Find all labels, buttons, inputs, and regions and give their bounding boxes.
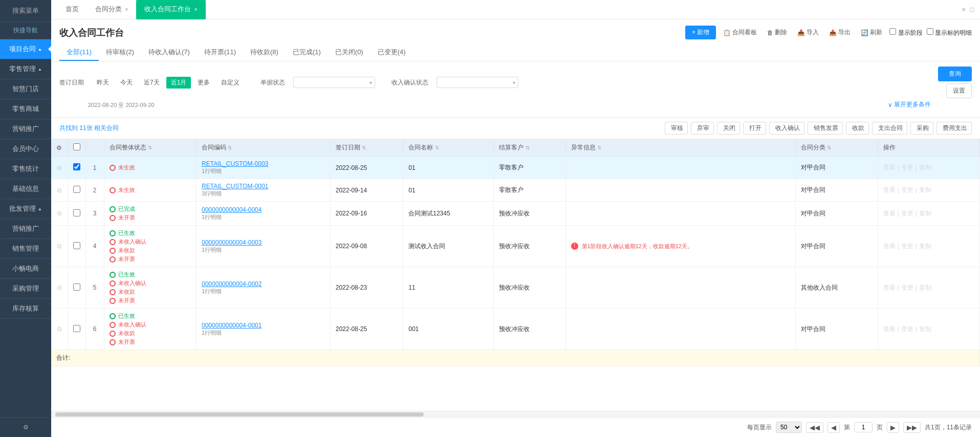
select-all-checkbox[interactable]	[73, 143, 80, 150]
tab-home[interactable]: 首页	[57, 0, 87, 19]
row-settings-icon-0[interactable]: ⊙	[57, 164, 62, 171]
page-size-select[interactable]: 2050100	[776, 422, 802, 433]
name-col-header[interactable]: 合同名称 ⇅	[403, 139, 494, 157]
sidebar-item-basic-info[interactable]: 基础信息	[0, 179, 51, 199]
next-page-btn[interactable]: ▶	[887, 422, 899, 433]
delete-button[interactable]: 🗑 删除	[764, 27, 790, 38]
row-action-查看-1[interactable]: 查看	[883, 186, 896, 194]
error-col-header[interactable]: 异常信息 ⇅	[565, 139, 795, 157]
sub-tab-pending-payment[interactable]: 待收款(8)	[243, 45, 286, 61]
status-col-header[interactable]: 合同整体状态 ⇅	[104, 139, 197, 157]
prev-page-btn[interactable]: ◀	[827, 422, 840, 433]
sub-tab-pending-confirm[interactable]: 待收入确认(7)	[141, 45, 197, 61]
row-settings-icon-1[interactable]: ⊙	[57, 187, 62, 194]
expand-filter-button[interactable]: ∨ 展开更多条件	[888, 100, 931, 109]
row-code-link-1[interactable]: RETAIL_CUSTOM-0001	[202, 183, 325, 190]
row-settings-icon-3[interactable]: ⊙	[57, 243, 62, 250]
page-number-input[interactable]	[854, 422, 873, 432]
sidebar-item-retail[interactable]: 零售管理▲	[0, 59, 51, 79]
row-action-复制-3[interactable]: 复制	[919, 242, 931, 251]
show-fields-checkbox[interactable]	[889, 28, 896, 35]
row-checkbox-4[interactable]	[73, 283, 80, 291]
date-btn-more[interactable]: 更多	[193, 77, 214, 89]
sidebar-item-xiaochang[interactable]: 小畅电商	[0, 259, 51, 279]
toolbar-btn-open[interactable]: 打开	[743, 122, 766, 135]
sub-tab-completed[interactable]: 已完成(1)	[286, 45, 328, 61]
row-action-复制-5[interactable]: 复制	[919, 325, 931, 334]
toolbar-btn-collect[interactable]: 收款	[846, 122, 869, 135]
row-action-变更-2[interactable]: 变更	[901, 209, 913, 218]
show-detail-checkbox[interactable]	[927, 28, 933, 35]
sidebar-item-wholesale[interactable]: 批发管理▲	[0, 199, 51, 219]
row-settings-icon-5[interactable]: ⊙	[57, 325, 62, 333]
query-button[interactable]: 查询	[938, 67, 972, 81]
last-page-btn[interactable]: ▶▶	[903, 422, 921, 433]
window-max-btn[interactable]: □	[970, 6, 974, 13]
import-button[interactable]: 📥 导入	[794, 27, 822, 38]
doc-status-select[interactable]	[293, 77, 375, 88]
sub-tab-pending-invoice[interactable]: 待开票(11)	[197, 45, 243, 61]
add-button[interactable]: + 新增	[685, 26, 716, 39]
row-settings-icon-4[interactable]: ⊙	[57, 284, 62, 291]
sidebar-item-project[interactable]: 项目合同▲	[0, 39, 51, 59]
row-checkbox-2[interactable]	[73, 209, 80, 216]
date-btn-last7[interactable]: 近7天	[139, 77, 164, 89]
horizontal-scrollbar[interactable]	[51, 411, 980, 417]
row-action-查看-4[interactable]: 查看	[883, 283, 896, 292]
row-action-变更-4[interactable]: 变更	[901, 283, 913, 292]
export-button[interactable]: 📤 导出	[826, 27, 854, 38]
scrollbar-thumb[interactable]	[55, 412, 424, 417]
row-action-查看-2[interactable]: 查看	[883, 209, 896, 218]
row-action-复制-2[interactable]: 复制	[919, 209, 931, 218]
tab-income-workbench[interactable]: 收入合同工作台×	[136, 0, 205, 19]
toolbar-btn-abandon[interactable]: 弃审	[691, 122, 714, 135]
sidebar-item-online-store[interactable]: 零售商城	[0, 99, 51, 119]
date-btn-yesterday[interactable]: 昨天	[92, 77, 114, 89]
row-code-link-2[interactable]: 0000000000004-0004	[202, 206, 325, 213]
sidebar-nav[interactable]: 快捷导航	[0, 22, 51, 39]
toolbar-btn-sales-invoice[interactable]: 销售发票	[808, 122, 843, 135]
row-code-link-5[interactable]: 0000000000004-0001	[202, 322, 325, 329]
refresh-button[interactable]: 🔄 刷新	[858, 27, 885, 38]
sidebar-item-inventory[interactable]: 库存核算	[0, 299, 51, 319]
toolbar-btn-income-confirm[interactable]: 收入确认	[769, 122, 804, 135]
row-checkbox-1[interactable]	[73, 186, 80, 193]
sidebar-item-members[interactable]: 会员中心	[0, 139, 51, 159]
sidebar-search[interactable]: 搜索菜单	[0, 0, 51, 22]
row-action-变更-1[interactable]: 变更	[901, 186, 913, 194]
tab-close-contract-cat[interactable]: ×	[125, 6, 128, 12]
row-checkbox-3[interactable]	[73, 242, 80, 249]
window-close-btn[interactable]: ×	[962, 6, 966, 13]
sub-tab-all[interactable]: 全部(11)	[59, 45, 99, 61]
sidebar-item-smart-store[interactable]: 智慧门店	[0, 79, 51, 99]
confirm-status-select[interactable]	[437, 77, 518, 88]
sidebar-item-purchase[interactable]: 采购管理	[0, 279, 51, 299]
sub-tab-pending-review[interactable]: 待审核(2)	[99, 45, 141, 61]
category-col-header[interactable]: 合同分类 ⇅	[795, 139, 878, 157]
sidebar-item-sales-mgmt[interactable]: 销售管理	[0, 239, 51, 259]
row-action-复制-1[interactable]: 复制	[919, 186, 931, 194]
sidebar-item-retail-stats[interactable]: 零售统计	[0, 159, 51, 179]
kanban-button[interactable]: 📋 合同看板	[720, 27, 760, 38]
date-col-header[interactable]: 签订日期 ⇅	[330, 139, 403, 157]
row-checkbox-0[interactable]	[73, 163, 80, 170]
date-btn-last1month[interactable]: 近1月	[166, 77, 191, 89]
row-action-变更-0[interactable]: 变更	[901, 163, 913, 172]
row-action-查看-3[interactable]: 查看	[883, 242, 896, 251]
sidebar-item-sales[interactable]: 营销推广	[0, 219, 51, 239]
first-page-btn[interactable]: ◀◀	[806, 422, 823, 433]
row-code-link-4[interactable]: 0000000000004-0002	[202, 280, 325, 288]
row-code-link-3[interactable]: 0000000000004-0003	[202, 239, 325, 246]
row-action-查看-0[interactable]: 查看	[883, 163, 896, 172]
row-action-查看-5[interactable]: 查看	[883, 325, 896, 334]
set-button[interactable]: 设置	[946, 83, 972, 98]
row-action-复制-4[interactable]: 复制	[919, 283, 931, 292]
toolbar-btn-expense-out[interactable]: 费用支出	[937, 122, 972, 135]
sidebar-gear-icon[interactable]: ⚙	[0, 417, 51, 437]
row-action-变更-5[interactable]: 变更	[901, 325, 913, 334]
row-settings-icon-2[interactable]: ⊙	[57, 210, 62, 217]
toolbar-btn-close[interactable]: 关闭	[717, 122, 740, 135]
tab-close-income-workbench[interactable]: ×	[194, 6, 197, 12]
row-action-复制-0[interactable]: 复制	[919, 163, 931, 172]
row-code-link-0[interactable]: RETAIL_CUSTOM-0003	[202, 160, 325, 167]
